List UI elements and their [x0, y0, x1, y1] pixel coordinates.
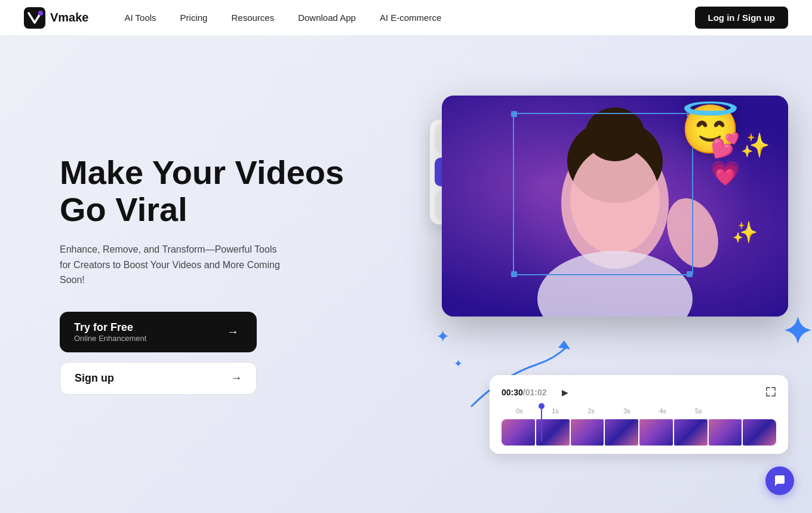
svg-rect-15 [511, 111, 517, 117]
ruler-2s: 2s [573, 407, 609, 414]
nav-download-app[interactable]: Download App [298, 13, 356, 23]
svg-rect-17 [511, 271, 517, 277]
current-time: 00:30/01:02 [502, 388, 547, 397]
sign-up-button[interactable]: Sign up → [60, 362, 257, 395]
blue-star-decoration: ✦ [782, 311, 812, 352]
hearts-emoji: 💕✨💗 [710, 131, 770, 188]
nav-links: AI Tools Pricing Resources Download App … [125, 13, 671, 23]
timeline-scrubber[interactable] [541, 406, 542, 441]
svg-rect-18 [687, 271, 693, 277]
total-time: /01:02 [523, 388, 547, 397]
hero-left: Make Your Videos Go Viral Enhance, Remov… [60, 154, 344, 395]
hero-subtitle: Enhance, Remove, and Transform—Powerful … [60, 242, 287, 288]
hero-right-mockup: HD [418, 60, 812, 478]
chat-button[interactable] [765, 466, 794, 495]
btn-primary-sub: Online Enhancement [74, 334, 146, 343]
strip-frame-1 [502, 419, 535, 446]
try-for-free-button[interactable]: Try for Free Online Enhancement → [60, 312, 257, 352]
sparkle-decoration-2: ✦ [454, 357, 463, 370]
play-button[interactable]: ▶ [556, 383, 574, 401]
timeline-controls: 00:30/01:02 ▶ [502, 383, 776, 401]
hero-title-line2: Go Viral [60, 191, 187, 228]
video-card: 😇 💕✨💗 ✨ [442, 96, 788, 317]
ruler-5s: 5s [681, 407, 716, 414]
timeline-ruler: 0s 1s 2s 3s 4s 5s [502, 407, 776, 414]
hero-title-line1: Make Your Videos [60, 153, 344, 191]
brand-logo[interactable]: Vmake [24, 7, 89, 29]
ruler-3s: 3s [609, 407, 645, 414]
hero-title: Make Your Videos Go Viral [60, 154, 344, 228]
strip-frame-6 [674, 419, 708, 446]
logo-icon [24, 7, 45, 29]
strip-frame-7 [709, 419, 742, 446]
ruler-0s: 0s [502, 407, 537, 414]
video-strip [502, 419, 776, 446]
svg-point-11 [585, 107, 645, 161]
expand-button[interactable] [765, 386, 776, 399]
ruler-4s: 4s [645, 407, 681, 414]
nav-pricing[interactable]: Pricing [180, 13, 208, 23]
svg-rect-0 [24, 7, 45, 29]
strip-frame-5 [639, 419, 673, 446]
svg-point-1 [38, 11, 43, 16]
strip-frame-8 [743, 419, 776, 446]
strip-frame-3 [571, 419, 604, 446]
btn-primary-main: Try for Free [74, 321, 146, 334]
arrow-right-icon-secondary: → [231, 372, 242, 385]
navbar: Vmake AI Tools Pricing Resources Downloa… [0, 0, 812, 36]
nav-ai-tools[interactable]: AI Tools [125, 13, 156, 23]
nav-resources[interactable]: Resources [231, 13, 274, 23]
nav-ai-ecommerce[interactable]: AI E-commerce [380, 13, 441, 23]
svg-point-10 [570, 146, 660, 254]
sparkle-emoji: ✨ [732, 220, 758, 245]
strip-frame-4 [605, 419, 638, 446]
arrow-right-icon: → [223, 322, 242, 342]
login-signup-button[interactable]: Log in / Sign up [695, 7, 788, 29]
hero-section: Make Your Videos Go Viral Enhance, Remov… [0, 36, 812, 513]
sparkle-decoration-1: ✦ [436, 327, 450, 346]
timeline-container: 00:30/01:02 ▶ 0s 1s 2s 3s 4s 5s [490, 375, 788, 454]
brand-name: Vmake [50, 11, 89, 24]
sign-up-label: Sign up [75, 372, 114, 385]
